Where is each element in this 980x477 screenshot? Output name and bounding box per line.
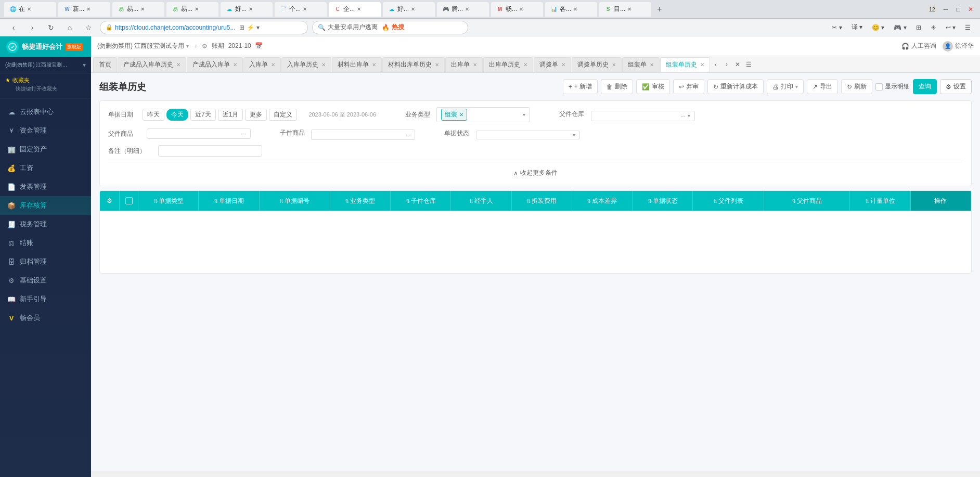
browser-tab-6[interactable]: 📄 个... ✕ <box>275 2 327 17</box>
forward-button[interactable]: › <box>25 20 40 35</box>
date-btn-more[interactable]: 更多 <box>245 109 267 121</box>
parent-goods-more[interactable]: ··· <box>241 130 246 137</box>
browser-tab-12[interactable]: 📊 各... ✕ <box>545 2 597 17</box>
app-tab-12-active[interactable]: 组装单历史 ✕ <box>660 57 710 72</box>
th-handler[interactable]: ⇅ 经手人 <box>451 191 511 211</box>
settings-gear-icon[interactable]: ⚙ <box>202 43 208 50</box>
theme-btn[interactable]: ☀ <box>927 22 939 33</box>
audit-button[interactable]: ✅ 审核 <box>636 79 670 94</box>
app-tab-close-2[interactable]: ✕ <box>233 62 237 68</box>
print-dropdown-icon[interactable]: ▾ <box>795 84 798 89</box>
th-bill-type[interactable]: ⇅ 单据类型 <box>138 191 199 211</box>
sidebar-item-basic-settings[interactable]: ⚙ 基础设置 <box>0 271 91 290</box>
table-select-all[interactable] <box>120 191 138 211</box>
app-tab-2[interactable]: 产成品入库单 ✕ <box>187 57 243 72</box>
minimize-button[interactable]: ─ <box>940 4 951 15</box>
app-tab-close-5[interactable]: ✕ <box>372 62 376 68</box>
th-assembly-cost[interactable]: ⇅ 拆装费用 <box>512 191 572 211</box>
app-tab-6[interactable]: 材料出库单历史 ✕ <box>382 57 445 72</box>
app-tab-close-12[interactable]: ✕ <box>700 62 704 68</box>
tab-close-9[interactable]: ✕ <box>411 6 415 12</box>
biz-type-tag-close[interactable]: ✕ <box>459 112 463 118</box>
sidebar-item-cloud-reports[interactable]: ☁ 云报表中心 <box>0 102 91 121</box>
horizontal-scrollbar[interactable] <box>91 471 980 477</box>
app-tab-7[interactable]: 出库单 ✕ <box>445 57 483 72</box>
date-btn-today[interactable]: 今天 <box>166 109 188 121</box>
sidebar-item-archive[interactable]: 🗄 归档管理 <box>0 252 91 271</box>
sidebar-item-member[interactable]: V 畅会员 <box>0 308 91 327</box>
app-tab-close-11[interactable]: ✕ <box>650 62 654 68</box>
th-bill-status[interactable]: ⇅ 单据状态 <box>633 191 693 211</box>
tab-scroll-left[interactable]: ‹ <box>711 59 721 70</box>
calendar-icon[interactable]: 📅 <box>255 42 263 49</box>
tab-close-10[interactable]: ✕ <box>465 6 469 12</box>
home-button[interactable]: ⌂ <box>62 20 77 35</box>
abandon-button[interactable]: ↩ 弃审 <box>673 79 704 94</box>
sidebar-item-settle[interactable]: ⚖ 结账 <box>0 234 91 252</box>
service-btn[interactable]: 🎧 人工咨询 <box>901 42 936 50</box>
game-btn[interactable]: 🎮 ▾ <box>891 22 909 33</box>
parent-warehouse-more[interactable]: ··· <box>680 112 686 120</box>
bill-status-dropdown[interactable]: ▾ <box>573 132 575 138</box>
tab-close-1[interactable]: ✕ <box>27 6 31 12</box>
tab-scroll-right[interactable]: › <box>721 59 732 70</box>
browser-tab-13[interactable]: S 目... ✕ <box>599 2 651 17</box>
sidebar-item-tax[interactable]: 🧾 税务管理 <box>0 215 91 234</box>
th-parent-list[interactable]: ⇅ 父件列表 <box>693 191 764 211</box>
header-account[interactable]: (勿删勿禁用) 江西服宝测试专用 ▾ + ⚙ <box>97 42 208 50</box>
tab-close-8[interactable]: ✕ <box>357 6 361 12</box>
date-btn-7days[interactable]: 近7天 <box>190 109 216 121</box>
browser-tab-9[interactable]: ☁ 好... ✕ <box>383 2 435 17</box>
th-parent-goods[interactable]: ⇅ 父件商品 <box>764 191 850 211</box>
table-settings-btn[interactable]: ⚙ <box>100 191 120 211</box>
date-btn-custom[interactable]: 自定义 <box>269 109 297 121</box>
qr-icon[interactable]: ⊞ <box>239 24 244 31</box>
show-detail-checkbox[interactable] <box>875 83 883 91</box>
undo-btn[interactable]: ↩ ▾ <box>943 22 959 33</box>
app-tab-9[interactable]: 调拨单 ✕ <box>534 57 571 72</box>
browser-tab-4[interactable]: 易 易... ✕ <box>166 2 218 17</box>
sidebar-company[interactable]: (勿删勿禁用) 江西服宝测试专用 ▾ <box>0 57 91 73</box>
th-unit[interactable]: ⇅ 计量单位 <box>850 191 910 211</box>
browser-tab-11[interactable]: M 畅... ✕ <box>491 2 543 17</box>
date-btn-yesterday[interactable]: 昨天 <box>143 109 164 121</box>
tab-close-2[interactable]: ✕ <box>86 6 91 12</box>
refresh-button[interactable]: ↻ 刷新 <box>841 79 872 94</box>
query-button[interactable]: 查询 <box>913 79 937 94</box>
user-info[interactable]: 👤 徐泽华 <box>943 41 974 51</box>
app-tab-1[interactable]: 产成品入库单历史 ✕ <box>118 57 186 72</box>
browser-tab-10[interactable]: 🎮 腾... ✕ <box>437 2 489 17</box>
export-button[interactable]: ↗ 导出 <box>807 79 838 94</box>
th-child-warehouse[interactable]: ⇅ 子件仓库 <box>391 191 451 211</box>
company-dropdown-icon[interactable]: ▾ <box>83 61 86 69</box>
app-tab-close-7[interactable]: ✕ <box>473 62 477 68</box>
back-button[interactable]: ‹ <box>6 20 21 35</box>
emoji-btn[interactable]: 😊 ▾ <box>869 22 887 33</box>
browser-tab-1[interactable]: 🌐 在 ✕ <box>4 2 56 17</box>
app-tab-close-10[interactable]: ✕ <box>612 62 616 68</box>
app-tab-11[interactable]: 组装单 ✕ <box>622 57 660 72</box>
translate-btn[interactable]: 译 ▾ <box>848 21 866 33</box>
bookmark-button[interactable]: ☆ <box>81 20 96 35</box>
browser-tab-2[interactable]: W 新... ✕ <box>58 2 110 17</box>
browser-tab-3[interactable]: 易 易... ✕ <box>112 2 164 17</box>
settings-button[interactable]: ⚙ 设置 <box>940 79 972 94</box>
refresh-browser-button[interactable]: ↻ <box>44 20 58 35</box>
close-window-button[interactable]: ✕ <box>965 4 976 15</box>
sidebar-item-fund[interactable]: ¥ 资金管理 <box>0 121 91 140</box>
app-tab-close-9[interactable]: ✕ <box>561 62 565 68</box>
menu-btn[interactable]: ☰ <box>962 22 974 33</box>
lightning-icon[interactable]: ⚡ <box>247 24 254 31</box>
tab-close-12[interactable]: ✕ <box>573 6 577 12</box>
print-button[interactable]: 🖨 打印 ▾ <box>767 79 804 94</box>
app-tab-close-3[interactable]: ✕ <box>271 62 275 68</box>
app-tab-3[interactable]: 入库单 ✕ <box>243 57 281 72</box>
company-dropdown[interactable]: ▾ <box>186 43 189 49</box>
app-tab-close-8[interactable]: ✕ <box>523 62 527 68</box>
th-bill-no[interactable]: ⇅ 单据编号 <box>260 191 330 211</box>
sidebar-item-salary[interactable]: 💰 工资 <box>0 159 91 177</box>
child-goods-more[interactable]: ··· <box>405 131 410 138</box>
parent-warehouse-dropdown[interactable]: ▾ <box>688 113 690 119</box>
app-tab-close-4[interactable]: ✕ <box>321 62 326 68</box>
collapse-button[interactable]: ∧ 收起更多条件 <box>509 166 562 179</box>
